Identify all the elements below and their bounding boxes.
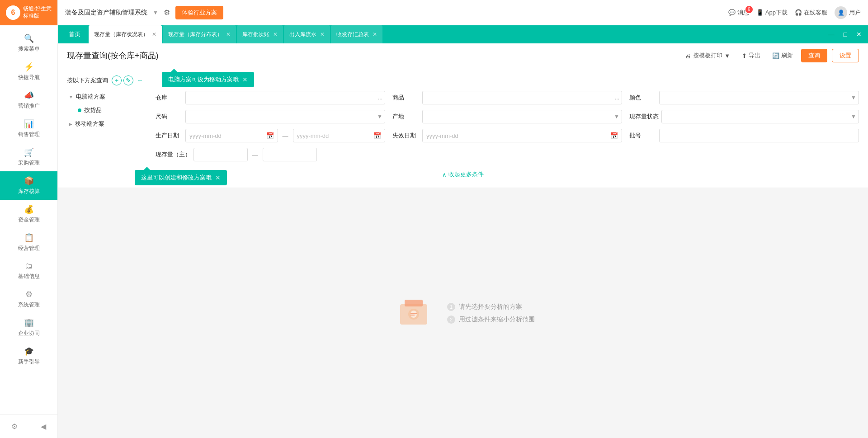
batch-label: 批号 [629, 132, 656, 140]
color-select[interactable] [659, 91, 859, 104]
prod-date-field: 生产日期 yyyy-mm-dd 📅 — yyyy-mm-dd 📅 [156, 129, 385, 142]
newbie-icon: 🎓 [24, 346, 34, 356]
sidebar-item-label: 新手引导 [18, 358, 40, 366]
sidebar-item-system[interactable]: ⚙系统管理 [0, 285, 57, 313]
tab-stock-batch[interactable]: 库存批次账 ✕ [237, 25, 283, 43]
scheme-pc[interactable]: ▼ 电脑端方案 [67, 91, 141, 103]
user-menu[interactable]: 👤 用户 [835, 6, 861, 19]
sidebar-collapse-btn[interactable]: ◀ [37, 420, 50, 433]
tab-maximize-btn[interactable]: □ [841, 30, 850, 39]
goods-label: 商品 [392, 94, 420, 102]
warehouse-select[interactable] [185, 91, 385, 104]
system-icon: ⚙ [25, 289, 33, 299]
message-btn[interactable]: 💬 消息 6 [728, 9, 749, 17]
origin-select[interactable] [422, 110, 622, 123]
sidebar-item-purchase[interactable]: 🛒采购管理 [0, 143, 57, 171]
sidebar-item-sales[interactable]: 📊销售管理 [0, 114, 57, 143]
prod-date-to[interactable]: yyyy-mm-dd 📅 [293, 129, 386, 142]
settings-button[interactable]: 设置 [832, 49, 859, 62]
online-support-label: 在线客服 [804, 9, 827, 17]
tab-home[interactable]: 首页 [61, 25, 88, 43]
scheme-by-goods-label: 按货品 [84, 106, 102, 114]
prod-date-label: 生产日期 [156, 132, 183, 140]
sidebar-item-operation[interactable]: 📋经营管理 [0, 228, 57, 257]
tab-stock-batch-close[interactable]: ✕ [273, 31, 278, 38]
export-icon: ⬆ [742, 52, 747, 59]
sidebar-item-label: 营销推广 [18, 102, 40, 110]
scheme-pc-expand-icon: ▼ [69, 94, 73, 99]
sidebar-item-basic[interactable]: 🗂基础信息 [0, 257, 57, 285]
system-title-dropdown-icon[interactable]: ▼ [153, 9, 158, 16]
refresh-btn[interactable]: 🔄 刷新 [769, 50, 797, 61]
origin-select-wrapper: ▼ [422, 110, 622, 123]
sidebar-item-stock[interactable]: 📦库存核算 [0, 171, 57, 200]
expire-date-from-calendar-icon[interactable]: 📅 [610, 132, 618, 139]
sidebar-item-newbie[interactable]: 🎓新手引导 [0, 342, 57, 370]
industry-plan-button[interactable]: 体验行业方案 [175, 6, 223, 19]
tooltip2-close[interactable]: ✕ [215, 174, 221, 181]
sidebar-nav: 🔍搜索菜单⚡快捷导航📣营销推广📊销售管理🛒采购管理📦库存核算💰资金管理📋经营管理… [0, 25, 57, 414]
expire-date-from[interactable]: yyyy-mm-dd 📅 [422, 129, 622, 142]
tab-in-out-flow-close[interactable]: ✕ [320, 31, 325, 38]
tab-stock-dist-close[interactable]: ✕ [226, 31, 231, 38]
prod-date-from-calendar-icon[interactable]: 📅 [266, 132, 274, 139]
user-avatar: 👤 [835, 6, 847, 19]
export-btn[interactable]: ⬆ 导出 [738, 50, 764, 61]
tab-stock-status[interactable]: 现存量（库存状况表） ✕ [89, 25, 162, 43]
tab-in-out-flow[interactable]: 出入库流水 ✕ [284, 25, 330, 43]
sidebar-item-label: 库存核算 [18, 188, 40, 195]
scheme-mobile[interactable]: ▶ 移动端方案 [67, 118, 141, 130]
scheme-by-goods[interactable]: 按货品 [67, 104, 141, 116]
sidebar-item-assets[interactable]: 💰资金管理 [0, 200, 57, 228]
add-scheme-btn[interactable]: + [112, 75, 122, 85]
tab-collect-summary-close[interactable]: ✕ [373, 31, 377, 38]
size-select[interactable] [185, 110, 385, 123]
sidebar-bottom: ⚙ ◀ [0, 414, 57, 438]
sidebar-item-company[interactable]: 🏢企业协同 [0, 313, 57, 342]
print-icon: 🖨 [685, 52, 691, 59]
query-button[interactable]: 查询 [801, 49, 827, 62]
tab-minimize-btn[interactable]: — [826, 30, 837, 39]
app-download-label: App下载 [765, 9, 788, 17]
filter-row-1: 仓库 ... 商品 [156, 91, 859, 104]
print-btn[interactable]: 🖨 按模板打印 ▼ [682, 50, 734, 61]
stock-status-select[interactable] [661, 110, 859, 123]
empty-text: 1 请先选择要分析的方案 2 用过滤条件来缩小分析范围 [447, 303, 535, 324]
goods-field: 商品 ... [392, 91, 622, 104]
sidebar: 6 畅通·好生意 标准版 🔍搜索菜单⚡快捷导航📣营销推广📊销售管理🛒采购管理📦库… [0, 0, 58, 438]
collapse-label: 收起更多条件 [448, 170, 484, 179]
batch-input[interactable] [659, 129, 859, 142]
sidebar-item-marketing[interactable]: 📣营销推广 [0, 86, 57, 114]
online-support-btn[interactable]: 🎧 在线客服 [795, 9, 827, 17]
left-arrow-btn[interactable]: ← [135, 75, 145, 85]
filter-btn-group: + ✎ ← [112, 75, 145, 85]
size-field: 尺码 ▼ [156, 110, 385, 123]
prod-date-to-calendar-icon[interactable]: 📅 [373, 132, 381, 139]
logo: 6 畅通·好生意 标准版 [0, 0, 57, 25]
topbar-settings-icon[interactable]: ⚙ [164, 8, 170, 17]
edit-scheme-btn[interactable]: ✎ [123, 75, 133, 85]
empty-hint-1: 1 请先选择要分析的方案 [447, 303, 535, 311]
prod-date-dash: — [283, 132, 288, 139]
sidebar-item-label: 搜索菜单 [18, 45, 40, 53]
tab-close-btn[interactable]: ✕ [854, 30, 864, 39]
goods-select[interactable] [422, 91, 622, 104]
sidebar-item-search[interactable]: 🔍搜索菜单 [0, 29, 57, 57]
tooltip1-close[interactable]: ✕ [242, 76, 248, 83]
prod-date-from[interactable]: yyyy-mm-dd 📅 [185, 129, 278, 142]
tab-collect-summary[interactable]: 收发存汇总表 ✕ [331, 25, 382, 43]
sidebar-item-quick[interactable]: ⚡快捷导航 [0, 57, 57, 86]
tab-stock-dist[interactable]: 现存量（库存分布表） ✕ [163, 25, 236, 43]
tab-stock-status-close[interactable]: ✕ [152, 31, 156, 38]
system-title: 装备及固定资产辅助管理系统 [65, 9, 147, 17]
filter-area: 按以下方案查询 + ✎ ← 电脑方案可设为移动方案哦 ✕ ▼ 电脑端方案 [58, 68, 868, 188]
tab-in-out-flow-label: 出入库流水 [289, 31, 316, 38]
stock-main-to-input[interactable] [263, 148, 317, 161]
stock-main-from-input[interactable] [193, 148, 248, 161]
tab-stock-dist-label: 现存量（库存分布表） [168, 31, 222, 38]
tab-bar: 首页 现存量（库存状况表） ✕ 现存量（库存分布表） ✕ 库存批次账 ✕ 出入库… [58, 25, 868, 43]
app-download-btn[interactable]: 📱 App下载 [756, 9, 788, 17]
topbar-left: 装备及固定资产辅助管理系统 ▼ ⚙ 体验行业方案 [65, 6, 223, 19]
color-field: 颜色 ▼ [629, 91, 859, 104]
sidebar-settings-btn[interactable]: ⚙ [8, 420, 21, 433]
